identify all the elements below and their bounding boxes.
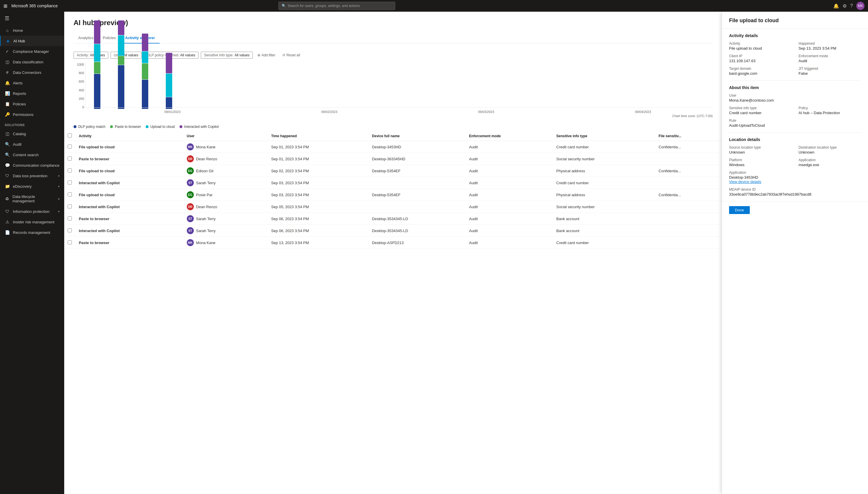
chart-container: 1000 800 600 400 200 0	[64, 62, 722, 122]
user-avatar: DR	[187, 155, 194, 162]
row-checkbox[interactable]	[68, 228, 72, 232]
row-checkbox[interactable]	[68, 192, 72, 196]
col-user: User	[183, 131, 268, 141]
sidebar-item-dataconn[interactable]: # Data Connectors	[0, 67, 64, 78]
table-row[interactable]: Paste to browser DR Dean Renzo Sep 01, 2…	[64, 153, 722, 165]
jit-value: False	[798, 71, 861, 76]
solutions-section: Solutions	[0, 120, 64, 129]
row-checkbox-cell	[64, 153, 75, 165]
table-row[interactable]: Interacted with Copilot ST Sarah Terry S…	[64, 225, 722, 237]
sidebar-item-commcompliance[interactable]: 💬 Communication compliance	[0, 160, 64, 171]
sidebar-item-audit[interactable]: 🔍 Audit	[0, 139, 64, 150]
sidebar-item-home[interactable]: ⌂ Home	[0, 25, 64, 36]
cell-sensitive: Credit card number	[553, 177, 655, 189]
tab-activity-explorer[interactable]: Activity explorer	[121, 33, 160, 43]
grid-icon[interactable]: ⊞	[3, 3, 7, 9]
row-checkbox[interactable]	[68, 216, 72, 221]
mdaip-item: MDAIP device ID 33oe9ca0778b9ec2ab7933ac…	[729, 187, 861, 196]
avatar[interactable]: MK	[856, 2, 865, 10]
sidebar-item-lifecycle[interactable]: ♻ Data lifecycle management ▾	[0, 192, 64, 206]
sidebar-item-aihub[interactable]: ◈ AI Hub	[0, 36, 64, 46]
row-checkbox[interactable]	[68, 156, 72, 160]
sensitive-filter[interactable]: Sensitive info type: All values	[201, 52, 253, 59]
done-button[interactable]: Done	[729, 206, 750, 214]
cell-user: DR Dean Renzo	[183, 201, 268, 213]
sidebar-item-contentsearch[interactable]: 🔍 Content search	[0, 150, 64, 160]
table-row[interactable]: Interacted with Copilot DR Dean Renzo Se…	[64, 201, 722, 213]
help-icon[interactable]: ?	[850, 3, 853, 8]
user-filter-value: All values	[123, 53, 138, 57]
row-checkbox[interactable]	[68, 240, 72, 244]
cell-enforcement: Audit	[466, 201, 553, 213]
reset-all-btn[interactable]: ↺ Reset all	[280, 52, 302, 58]
chart-group-2	[118, 20, 124, 109]
jit-label: JIT triggered	[798, 66, 861, 71]
activity-value: File upload to cloud	[729, 46, 791, 51]
table-row[interactable]: File upload to cloud EG Posie Par Sep 03…	[64, 189, 722, 201]
sensitive-filter-value: All values	[235, 53, 250, 57]
search-bar[interactable]: 🔍 Search for users, groups, settings, an…	[278, 2, 395, 10]
cell-activity: Paste to browser	[75, 237, 183, 249]
catalog-icon: ◫	[5, 131, 10, 136]
topbar-icons: 🔔 ⚙ ? MK	[833, 2, 865, 10]
sidebar-item-reports[interactable]: 📊 Reports	[0, 88, 64, 99]
sidebar-item-permissions[interactable]: 🔑 Permissions	[0, 109, 64, 120]
sidebar-item-dlp[interactable]: 🛡 Data loss prevention ▾	[0, 171, 64, 181]
reset-all-label: Reset all	[286, 53, 300, 57]
user-name: Sarah Terry	[196, 217, 216, 221]
activity-filter[interactable]: Activity: All values	[74, 52, 108, 59]
sidebar-item-policies[interactable]: 📋 Policies	[0, 99, 64, 109]
sidebar-item-alerts[interactable]: 🔔 Alerts	[0, 78, 64, 88]
sidebar-item-ediscovery[interactable]: 📁 eDiscovery ▾	[0, 181, 64, 192]
sidebar-item-infoprotect[interactable]: 🛡 Information protection ▾	[0, 206, 64, 217]
user-filter[interactable]: User: All values	[111, 52, 141, 59]
notification-icon[interactable]: 🔔	[833, 3, 839, 9]
sidebar-label-permissions: Permissions	[13, 112, 34, 117]
table-row[interactable]: Paste to browser MK Mona Kane Sep 13, 20…	[64, 237, 722, 249]
reset-icon: ↺	[282, 53, 285, 57]
activity-label-item: Activity File upload to cloud	[729, 41, 791, 51]
cell-device: Desktop-363345HD	[369, 153, 466, 165]
cell-enforcement: Audit	[466, 189, 553, 201]
enforcement-label: Enforcement mode	[798, 54, 861, 58]
table-row[interactable]: File upload to cloud MK Mona Kane Sep 01…	[64, 141, 722, 153]
row-checkbox[interactable]	[68, 169, 72, 173]
table-row[interactable]: Paste to browser ST Sarah Terry Sep 06, …	[64, 213, 722, 225]
tab-policies[interactable]: Policies	[98, 33, 121, 43]
sidebar-item-catalog[interactable]: ◫ Catalog	[0, 129, 64, 139]
row-checkbox-cell	[64, 141, 75, 153]
x-label-4: 09/04/2023	[635, 110, 651, 114]
sidebar-item-dataclass[interactable]: ◫ Data classification	[0, 57, 64, 67]
cell-enforcement: Audit	[466, 213, 553, 225]
table-row[interactable]: Interacted with Copilot ST Sarah Terry S…	[64, 177, 722, 189]
sidebar-label-alerts: Alerts	[13, 81, 22, 85]
legend-dot-copilot	[179, 125, 182, 128]
table-row[interactable]: File upload to cloud EG Edison Gli Sep 0…	[64, 165, 722, 177]
destination-value: Unknown	[798, 150, 861, 154]
select-all-checkbox[interactable]	[68, 133, 72, 137]
policies-icon: 📋	[5, 101, 10, 106]
cell-user: EG Edison Gli	[183, 165, 268, 177]
x-label-3: 09/03/2023	[478, 110, 494, 114]
row-checkbox[interactable]	[68, 145, 72, 149]
add-filter-btn[interactable]: ⊕ Add filter	[255, 52, 278, 58]
sidebar-item-insiderrisk[interactable]: ⚠ Insider risk management	[0, 217, 64, 227]
cell-enforcement: Audit	[466, 225, 553, 237]
sidebar-item-records[interactable]: 📄 Records management	[0, 227, 64, 238]
dataconn-icon: #	[5, 70, 10, 75]
contentsearch-icon: 🔍	[5, 152, 10, 157]
sidebar-label-commcompliance: Communication compliance	[13, 163, 60, 168]
sidebar-item-compliance[interactable]: ✓ Compliance Manager	[0, 46, 64, 57]
cell-user: MK Mona Kane	[183, 237, 268, 249]
settings-icon[interactable]: ⚙	[843, 3, 847, 9]
panel-header: File upload to cloud	[722, 12, 868, 28]
view-device-link[interactable]: View device details	[729, 179, 861, 184]
chart-group-3	[142, 34, 148, 109]
sidebar-label-ediscovery: eDiscovery	[13, 184, 32, 189]
mdaip-value: 33oe9ca0778b9ec2ab7933ac9f7ehsd1987bacd8	[729, 192, 861, 196]
sidebar-toggle[interactable]: ☰	[0, 12, 64, 25]
row-checkbox[interactable]	[68, 180, 72, 185]
activity-details-title: Activity details	[729, 33, 861, 38]
row-checkbox[interactable]	[68, 204, 72, 208]
sidebar-label-aihub: AI Hub	[14, 39, 25, 43]
